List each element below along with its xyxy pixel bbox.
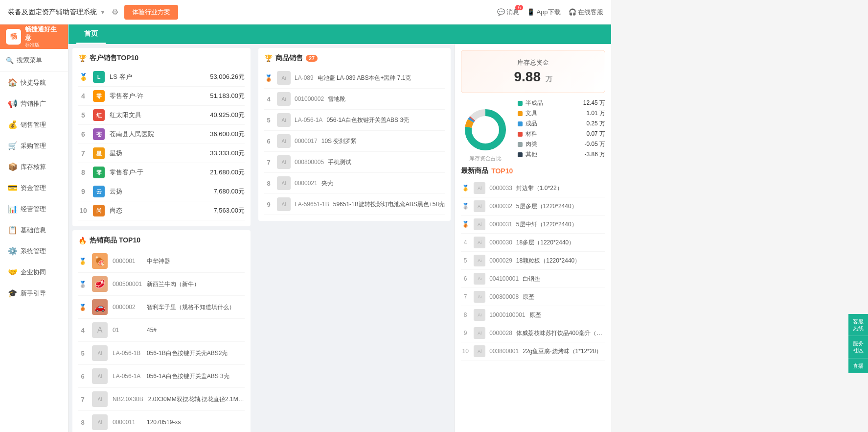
list-item: 5 Ai LA-056-1A 056-1A白色按键开关盖ABS 3壳 [264, 110, 445, 131]
collab-icon: 🤝 [8, 267, 17, 277]
sidebar-item-basic[interactable]: 📋 基础信息 [0, 219, 68, 240]
product-thumb: 🥩 [92, 276, 108, 292]
legend-item: 肉类 -0.05 万 [518, 140, 605, 148]
product-name: 5层中纤（1220*2440） [516, 220, 605, 229]
hot-products-card: 🔥 热销商品 TOP10 🥇 🍖 0000001 [72, 230, 251, 432]
product-code: 0000031 [489, 221, 512, 228]
main-area: 首页 🏆 客户销售TOP10 [69, 24, 611, 432]
rank-number: 9 [461, 330, 470, 336]
product-name: 18多层（1220*2440） [516, 239, 605, 247]
product-sales-rank-card: 🏆 商品销售 27 🥉 Ai LA-089 电池盖 LA-089 ABS本色+黑… [258, 48, 451, 221]
inventory-chart-section: 库存资金占比 半成品 12.45 万 [461, 99, 605, 161]
rank-number: 6 [264, 138, 273, 145]
customer-value: 7,680.00元 [213, 187, 245, 196]
message-btn[interactable]: 💬 消息 6 [497, 8, 520, 17]
list-item: 5 Ai LA-056-1B 056-1B白色按键开关壳ABS2壳 [78, 342, 245, 365]
sidebar-logo: 畅 畅捷通好生意 标准版 [0, 24, 68, 49]
rank-number: 🥇 [461, 185, 470, 192]
rank-number: 5 [461, 257, 470, 264]
list-item: 8 Ai 0000011 12070519-xs [78, 411, 245, 432]
sidebar-item-label: 销售管理 [21, 120, 46, 129]
system-title: 装备及固定资产辅助管理系统 [8, 8, 97, 17]
live-btn[interactable]: 直播 [848, 359, 868, 373]
sidebar: 畅 畅捷通好生意 标准版 🔍 搜索菜单 🏠 快捷导航 📢 [0, 24, 69, 432]
sidebar-item-marketing[interactable]: 📢 营销推广 [0, 93, 68, 114]
donut-chart: 库存资金占比 [461, 105, 510, 154]
legend-list: 半成品 12.45 万 文具 1.01 万 [518, 99, 605, 161]
product-thumb: Ai [92, 414, 108, 430]
rank-number: 🥉 [264, 74, 273, 82]
app-download-btn[interactable]: 📱 App下载 [527, 8, 560, 17]
product-thumb: Ai [277, 155, 291, 169]
sidebar-item-sales[interactable]: 💰 销售管理 [0, 114, 68, 135]
rank-number: 10 [461, 348, 470, 355]
sidebar-item-purchase[interactable]: 🛒 采购管理 [0, 135, 68, 156]
community-btn[interactable]: 服务社区 [848, 336, 868, 359]
donut-chart-label: 库存资金占比 [469, 155, 502, 162]
sidebar-item-operations[interactable]: 📊 经营管理 [0, 198, 68, 219]
product-name: 5层多层（1220*2440） [516, 202, 605, 211]
topbar-title: 装备及固定资产辅助管理系统 ▼ [8, 8, 106, 17]
rank-item: 6 苍 苍南县人民医院 36,600.00元 [78, 125, 245, 144]
legend-color [518, 111, 523, 116]
inventory-total-card: 库存总资金 9.88 万 [461, 50, 605, 93]
product-thumb: A [92, 322, 108, 338]
sidebar-item-inventory[interactable]: 📦 库存核算 [0, 156, 68, 177]
list-item: 🥈 Ai 0000032 5层多层（1220*2440） [461, 197, 605, 216]
content-area: 畅 畅捷通好生意 标准版 🔍 搜索菜单 🏠 快捷导航 📢 [0, 24, 611, 432]
sidebar-search[interactable]: 🔍 搜索菜单 [0, 49, 68, 72]
legend-color [518, 101, 523, 106]
sidebar-item-system[interactable]: ⚙️ 系统管理 [0, 240, 68, 262]
avatar: 零 [93, 167, 105, 178]
product-thumb: Ai [277, 92, 291, 106]
rank-number: 8 [78, 419, 87, 426]
middle-column: 🏆 商品销售 27 🥉 Ai LA-089 电池盖 LA-089 ABS本色+黑… [254, 44, 455, 432]
chevron-down-icon[interactable]: ▼ [100, 9, 106, 16]
sidebar-item-label: 基础信息 [21, 226, 46, 235]
rank-number: 9 [264, 201, 273, 208]
operations-icon: 📊 [8, 204, 17, 214]
product-name: 新西兰牛肉（新牛） [147, 280, 245, 288]
headset-icon: 🎧 [569, 8, 576, 16]
product-thumb: Ai [474, 309, 485, 321]
app-download-label: App下载 [536, 8, 560, 16]
sidebar-item-label: 企业协同 [21, 268, 46, 277]
sidebar-item-finance[interactable]: 💳 资金管理 [0, 177, 68, 198]
gear-icon[interactable]: ⚙ [112, 7, 118, 17]
customer-value: 53,006.26元 [210, 72, 245, 81]
search-menu-btn[interactable]: 🔍 搜索菜单 [6, 54, 62, 67]
sidebar-item-guide[interactable]: 🎓 新手引导 [0, 283, 68, 304]
list-item: 🥇 Ai 0000033 封边带（1.0*22） [461, 179, 605, 197]
product-name: 59651-1B旋转投影灯电池盒ABS黑色+58壳 [333, 200, 445, 209]
sidebar-item-label: 采购管理 [21, 142, 46, 150]
list-item: 10 Ai 003800001 22g鱼豆腐·烧烤味（1*12*20） [461, 342, 605, 360]
legend-color [518, 132, 523, 137]
avatar: 尚 [93, 205, 105, 216]
sidebar-item-label: 系统管理 [21, 247, 46, 256]
home-icon: 🏠 [8, 78, 17, 87]
customer-service-btn[interactable]: 客服热线 [848, 314, 868, 336]
list-item: 4 Ai 0000030 18多层（1220*2440） [461, 234, 605, 252]
product-name: 45# [147, 327, 245, 334]
rank-number: 7 [264, 159, 273, 166]
product-name: 2.0X30MM双摆花轴,摆花直径2.1MM/ROHS [148, 395, 245, 404]
online-service-btn[interactable]: 🎧 在线客服 [569, 8, 604, 17]
list-item: 7 Ai 000800005 手机测试 [264, 152, 445, 173]
basic-icon: 📋 [8, 225, 17, 235]
legend-item: 半成品 12.45 万 [518, 99, 605, 107]
sidebar-item-home[interactable]: 🏠 快捷导航 [0, 72, 68, 93]
product-name: 056-1B白色按键开关壳ABS2壳 [147, 349, 245, 358]
tab-home[interactable]: 首页 [76, 24, 106, 44]
sidebar-item-label: 经营管理 [21, 205, 46, 214]
product-name: 原垄 [529, 311, 606, 319]
search-label: 搜索菜单 [17, 56, 42, 65]
main-scroll[interactable]: 🏆 客户销售TOP10 🥇 L LS 客户 53,006.26元 [69, 44, 611, 432]
rank-item: 8 零 零售客户·于 21,680.00元 [78, 163, 245, 182]
legend-color [518, 121, 523, 126]
trial-btn[interactable]: 体验行业方案 [124, 5, 178, 20]
online-service-label: 在线客服 [578, 8, 603, 16]
list-item: 🥉 Ai LA-089 电池盖 LA-089 ABS本色+黑种 7.1克 [264, 68, 445, 89]
rank-number: 6 [461, 275, 470, 282]
rank-item: 9 云 云扬 7,680.00元 [78, 182, 245, 201]
sidebar-item-collab[interactable]: 🤝 企业协同 [0, 262, 68, 283]
